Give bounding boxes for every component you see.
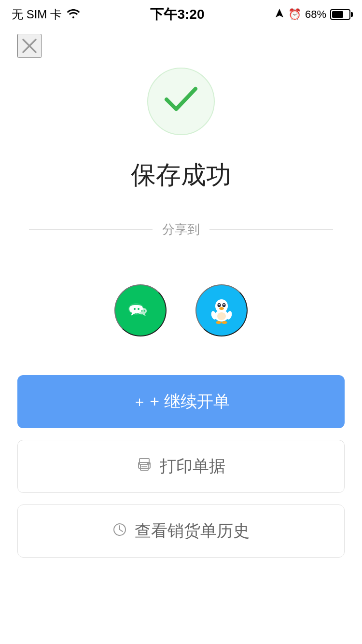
svg-rect-24 <box>141 466 147 467</box>
battery-label: 68% <box>305 8 326 21</box>
svg-point-14 <box>219 307 224 310</box>
wechat-share-button[interactable] <box>114 284 167 336</box>
status-bar: 无 SIM 卡 下午3:20 ⏰ 68% <box>0 0 362 29</box>
divider-left <box>29 229 153 230</box>
carrier-label: 无 SIM 卡 <box>12 7 62 22</box>
share-divider: 分享到 <box>29 221 333 238</box>
svg-line-29 <box>120 530 123 532</box>
share-section: 分享到 <box>0 221 362 261</box>
divider-right <box>209 229 333 230</box>
qq-share-button[interactable] <box>195 284 248 336</box>
svg-rect-25 <box>141 468 145 469</box>
success-title: 保存成功 <box>131 158 231 192</box>
check-icon <box>164 84 198 118</box>
clock-icon <box>112 522 127 540</box>
svg-point-8 <box>144 310 145 312</box>
svg-point-13 <box>223 304 225 306</box>
wifi-icon <box>67 8 80 21</box>
svg-point-19 <box>216 321 222 324</box>
svg-point-20 <box>222 321 227 324</box>
continue-button[interactable]: ＋ + 继续开单 <box>17 375 345 428</box>
status-right: ⏰ 68% <box>275 8 350 21</box>
alarm-icon: ⏰ <box>288 8 301 21</box>
battery-indicator <box>330 9 350 20</box>
history-label: 查看销货单历史 <box>135 520 250 542</box>
print-button[interactable]: 打印单据 <box>17 440 345 493</box>
svg-point-7 <box>141 310 143 312</box>
main-content: 保存成功 分享到 <box>0 29 362 558</box>
svg-point-12 <box>219 304 220 306</box>
share-icons <box>0 284 362 336</box>
print-label: 打印单据 <box>160 455 225 477</box>
status-left: 无 SIM 卡 <box>12 7 80 22</box>
continue-label: + 继续开单 <box>150 391 229 413</box>
printer-icon <box>137 458 152 476</box>
success-circle <box>147 68 215 135</box>
close-button[interactable] <box>17 34 42 58</box>
action-buttons: ＋ + 继续开单 打印单据 <box>0 375 362 558</box>
location-icon <box>275 8 284 21</box>
history-button[interactable]: 查看销货单历史 <box>17 504 345 558</box>
svg-point-6 <box>138 308 139 310</box>
plus-icon: ＋ <box>132 392 147 412</box>
svg-point-5 <box>134 308 136 310</box>
share-label: 分享到 <box>162 221 200 238</box>
svg-rect-26 <box>147 463 149 464</box>
status-time: 下午3:20 <box>150 5 204 24</box>
svg-point-16 <box>217 312 226 320</box>
